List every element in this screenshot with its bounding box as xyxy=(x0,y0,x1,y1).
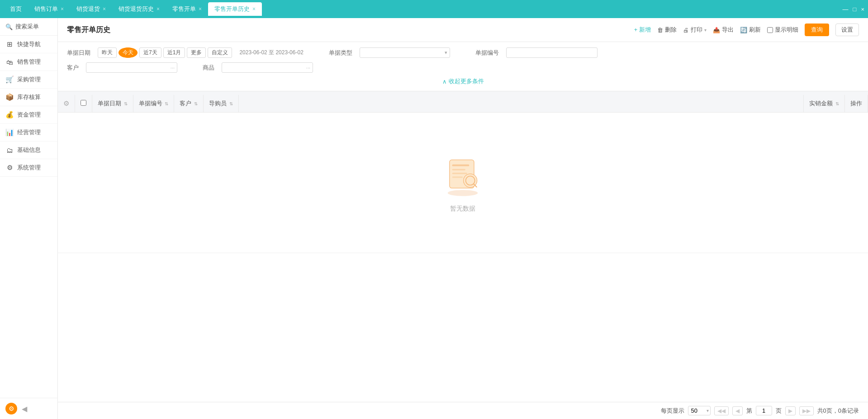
show-detail-checkbox-label[interactable]: 显示明细 xyxy=(767,26,798,34)
col-salesperson-sort-icon[interactable]: ⇅ xyxy=(229,101,233,106)
print-icon: 🖨 xyxy=(683,27,689,33)
goods-input-wrap xyxy=(222,62,313,73)
tab-sales-return-history-close[interactable]: × xyxy=(157,6,160,12)
settings-gear-button[interactable]: ⚙ xyxy=(5,403,17,414)
col-number-sort-icon[interactable]: ⇅ xyxy=(165,101,168,106)
empty-text: 暂无数据 xyxy=(450,205,475,213)
window-close[interactable]: × xyxy=(861,6,864,13)
page-input[interactable] xyxy=(756,406,772,415)
number-filter-input[interactable] xyxy=(506,47,598,58)
date-filter-label: 单据日期 xyxy=(67,49,90,57)
finance-icon: 💰 xyxy=(5,111,14,119)
tab-sales-return[interactable]: 销货退货 × xyxy=(70,2,112,16)
sidebar-collapse-button[interactable]: ◀ xyxy=(22,405,27,413)
select-all-checkbox[interactable] xyxy=(81,100,86,106)
sidebar-item-sys-mgmt-label: 系统管理 xyxy=(17,164,41,172)
export-button[interactable]: 📤 导出 xyxy=(713,26,734,34)
search-icon: 🔍 xyxy=(5,24,13,30)
operations-icon: 📊 xyxy=(5,128,14,137)
filter-date-buttons: 昨天 今天 近7天 近1月 更多 自定义 xyxy=(98,47,232,58)
tab-retail-open-label: 零售开单 xyxy=(172,5,196,13)
goods-filter-label: 商品 xyxy=(203,64,214,72)
table-body: 暂无数据 xyxy=(58,113,868,253)
col-action-label: 操作 xyxy=(850,100,862,107)
tab-sales-order-close[interactable]: × xyxy=(61,6,64,12)
window-minimize[interactable]: — xyxy=(843,6,849,13)
tab-retail-open[interactable]: 零售开单 × xyxy=(166,2,208,16)
sidebar-item-sys-mgmt[interactable]: ⚙ 系统管理 xyxy=(0,159,57,177)
next-page-button[interactable]: ▶ xyxy=(785,406,796,415)
collapse-link[interactable]: ∧ 收起更多条件 xyxy=(442,77,484,85)
filter-row-2: 客户 商品 xyxy=(67,62,859,73)
col-salesperson: 导购员 ⇅ xyxy=(203,95,238,113)
sidebar-search[interactable]: 🔍 搜索采单 xyxy=(0,18,57,36)
col-customer-label: 客户 xyxy=(180,100,191,107)
sidebar-item-operations[interactable]: 📊 经营管理 xyxy=(0,124,57,141)
date-btn-7days[interactable]: 近7天 xyxy=(139,47,161,58)
tab-retail-open-close[interactable]: × xyxy=(199,6,202,12)
tab-retail-history-close[interactable]: × xyxy=(252,6,256,12)
tab-home[interactable]: 首页 xyxy=(4,2,28,16)
col-customer-sort-icon[interactable]: ⇅ xyxy=(194,101,198,106)
col-spacer xyxy=(238,95,804,113)
sidebar-item-sales-mgmt[interactable]: 🛍 销售管理 xyxy=(0,53,57,71)
query-button[interactable]: 查询 xyxy=(805,24,829,36)
tab-sales-order[interactable]: 销售订单 × xyxy=(28,2,70,16)
sidebar-item-purchase-mgmt[interactable]: 🛒 采购管理 xyxy=(0,71,57,89)
sidebar-item-base-info-label: 基础信息 xyxy=(17,146,41,154)
date-btn-more[interactable]: 更多 xyxy=(187,47,206,58)
refresh-button[interactable]: 🔄 刷新 xyxy=(740,26,761,34)
sidebar-item-finance[interactable]: 💰 资金管理 xyxy=(0,106,57,124)
date-btn-1month[interactable]: 近1月 xyxy=(163,47,185,58)
sidebar-item-base-info[interactable]: 🗂 基础信息 xyxy=(0,141,57,159)
settings-button[interactable]: 设置 xyxy=(835,24,859,36)
customer-filter-input[interactable] xyxy=(86,62,177,73)
purchase-icon: 🛒 xyxy=(5,75,14,84)
column-settings-icon[interactable]: ⚙ xyxy=(63,99,69,107)
type-select-wrap xyxy=(360,47,450,58)
col-number: 单据编号 ⇅ xyxy=(133,95,174,113)
tab-retail-history-label: 零售开单历史 xyxy=(214,5,250,13)
content-area: 零售开单历史 + 新增 🗑 删除 🖨 打印 ▾ 📤 导出 🔄 xyxy=(58,18,868,419)
sidebar-search-label: 搜索采单 xyxy=(15,23,39,31)
col-date-sort-icon[interactable]: ⇅ xyxy=(124,101,128,106)
window-maximize[interactable]: □ xyxy=(853,6,857,13)
tab-sales-return-close[interactable]: × xyxy=(103,6,106,12)
number-filter-label: 单据编号 xyxy=(475,49,499,57)
page-title: 零售开单历史 xyxy=(67,25,110,35)
goods-filter-input[interactable] xyxy=(222,62,313,73)
tab-retail-history[interactable]: 零售开单历史 × xyxy=(208,2,262,16)
col-customer: 客户 ⇅ xyxy=(174,95,204,113)
date-btn-today[interactable]: 今天 xyxy=(119,47,138,58)
last-page-button[interactable]: ▶▶ xyxy=(799,406,814,415)
col-amount-sort-icon[interactable]: ⇅ xyxy=(835,101,839,106)
per-page-label: 每页显示 xyxy=(661,407,684,415)
show-detail-checkbox[interactable] xyxy=(767,27,773,33)
add-button[interactable]: + 新增 xyxy=(634,26,651,34)
print-button[interactable]: 🖨 打印 ▾ xyxy=(683,26,707,34)
toolbar: + 新增 🗑 删除 🖨 打印 ▾ 📤 导出 🔄 刷新 xyxy=(634,24,859,36)
delete-button[interactable]: 🗑 删除 xyxy=(657,26,677,34)
empty-row: 暂无数据 xyxy=(58,113,868,253)
date-btn-custom[interactable]: 自定义 xyxy=(208,47,232,58)
tab-sales-return-label: 销货退货 xyxy=(76,5,100,13)
col-amount: 实销金额 ⇅ xyxy=(804,95,845,113)
window-controls: — □ × xyxy=(843,6,864,13)
customer-filter-label: 客户 xyxy=(67,64,79,72)
sidebar-item-inventory[interactable]: 📦 库存核算 xyxy=(0,89,57,106)
svg-point-0 xyxy=(448,190,478,196)
customer-input-wrap xyxy=(86,62,177,73)
prev-page-button[interactable]: ◀ xyxy=(732,406,743,415)
sidebar-item-quick-nav[interactable]: ⊞ 快捷导航 xyxy=(0,36,57,53)
date-btn-yesterday[interactable]: 昨天 xyxy=(98,47,117,58)
sidebar-item-finance-label: 资金管理 xyxy=(17,111,41,119)
per-page-select[interactable]: 10 20 50 100 xyxy=(688,406,711,415)
col-amount-label: 实销金额 xyxy=(809,100,833,107)
refresh-icon: 🔄 xyxy=(740,27,747,33)
col-checkbox xyxy=(75,95,92,113)
main-layout: 🔍 搜索采单 ⊞ 快捷导航 🛍 销售管理 🛒 采购管理 📦 库存核算 💰 资金管… xyxy=(0,18,868,419)
tab-sales-return-history[interactable]: 销货退货历史 × xyxy=(112,2,166,16)
first-page-button[interactable]: ◀◀ xyxy=(714,406,729,415)
filter-row-1: 单据日期 昨天 今天 近7天 近1月 更多 自定义 2023-06-02 至 2… xyxy=(67,47,859,58)
type-select[interactable] xyxy=(360,47,450,58)
